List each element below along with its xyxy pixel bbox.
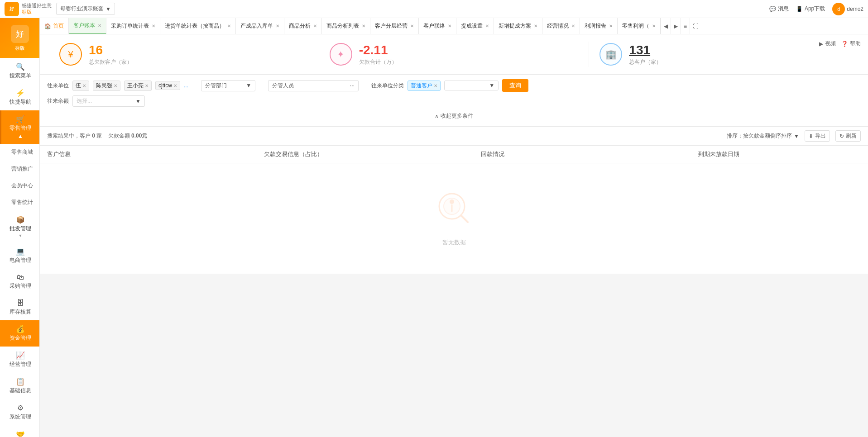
handshake-icon: 🤝 — [16, 430, 25, 437]
clipboard-icon: 📋 — [16, 377, 25, 386]
dept-filter[interactable]: 分管部门 ▼ — [201, 80, 255, 91]
empty-state: 暂无数据 — [40, 163, 868, 274]
refresh-button[interactable]: ↻ 刷新 — [835, 130, 861, 142]
tab-close-icon[interactable]: ✕ — [571, 24, 575, 28]
stat-value-debt: -2.11 — [359, 43, 397, 57]
tab-close-icon[interactable]: ✕ — [652, 24, 656, 28]
empty-text: 暂无数据 — [442, 238, 466, 247]
export-button[interactable]: ⬇ 导出 — [805, 130, 830, 142]
sidebar-item-basic-info[interactable]: 📋 基础信息 — [0, 373, 39, 399]
tab-purchase-order[interactable]: 采购订单统计表 ✕ — [106, 18, 160, 34]
tag-close-chen[interactable]: ✕ — [114, 83, 117, 88]
collapse-filter[interactable]: ∧ 收起更多条件 — [47, 110, 861, 122]
account-dropdown[interactable]: 母婴行业演示账套 ▼ — [56, 3, 115, 15]
filter-area: 往来单位 伍 ✕ 陈民强 ✕ 王小亮 ✕ — [40, 75, 868, 127]
balance-select[interactable]: 选择... ▼ — [72, 95, 145, 107]
sidebar-item-retail-mall[interactable]: 零售商城 — [0, 144, 39, 161]
stat-text-3: 131 总客户（家） — [629, 43, 662, 66]
user-menu[interactable]: d demo2 — [832, 3, 863, 15]
tag-close-wu[interactable]: ✕ — [82, 83, 86, 88]
top-bar-right: 💬 消息 📱 App下载 d demo2 — [769, 3, 863, 15]
stat-block-debt: ✦ -2.11 欠款合计（万） — [319, 42, 590, 67]
unit-type-dropdown[interactable]: ▼ — [444, 81, 499, 90]
svg-point-2 — [450, 200, 454, 204]
tab-product-storage[interactable]: 产成品入库单 ✕ — [236, 18, 284, 34]
tab-close-icon[interactable]: ✕ — [362, 24, 365, 28]
app-download-button[interactable]: 📱 App下载 — [796, 5, 825, 13]
sidebar-item-ecommerce[interactable]: 💻 电商管理 — [0, 242, 39, 269]
tab-close-icon[interactable]: ✕ — [410, 24, 414, 28]
sidebar-item-finance[interactable]: 💰 资金管理 — [0, 320, 39, 347]
sidebar-item-members[interactable]: 会员中心 — [0, 177, 39, 194]
tab-close-icon[interactable]: ✕ — [485, 24, 489, 28]
sidebar-item-search[interactable]: 🔍 搜索菜单 — [0, 58, 39, 84]
tab-profit-report[interactable]: 利润报告 ✕ — [580, 18, 618, 34]
tag-close-common[interactable]: ✕ — [434, 83, 437, 88]
page-content: ▶ 视频 ❓ 帮助 ¥ 16 — [40, 34, 868, 437]
message-button[interactable]: 💬 消息 — [769, 5, 789, 13]
sidebar-item-marketing[interactable]: 营销推广 — [0, 161, 39, 177]
tag-close-cjttcw[interactable]: ✕ — [173, 83, 177, 88]
tab-nav-more[interactable]: ≡ — [681, 18, 690, 34]
video-button[interactable]: ▶ 视频 — [819, 40, 836, 48]
tab-customer-account[interactable]: 客户账本 ✕ — [69, 18, 106, 34]
sidebar-item-system[interactable]: ⚙ 系统管理 — [0, 399, 39, 425]
tab-customer-tier[interactable]: 客户分层经营 ✕ — [370, 18, 419, 34]
tab-close-icon[interactable]: ✕ — [609, 24, 613, 28]
table-header: 客户信息 欠款交易信息（占比） 回款情况 到期未放款日期 — [40, 146, 868, 163]
filter-more-tags[interactable]: ... — [184, 82, 188, 89]
sidebar-item-retail-manage[interactable]: 🛒 零售管理 ▲ — [0, 110, 39, 144]
tab-nav-expand[interactable]: ⛶ — [690, 18, 701, 34]
home-icon: 🏠 — [44, 23, 51, 29]
export-icon: ⬇ — [809, 133, 813, 139]
sidebar-item-operations[interactable]: 📈 经营管理 — [0, 347, 39, 373]
sidebar-item-purchase[interactable]: 🛍 采购管理 — [0, 269, 39, 294]
sidebar-item-inventory[interactable]: 🗄 库存核算 — [0, 294, 39, 320]
filter-tag-common-customer: 普通客户 ✕ — [408, 81, 441, 91]
sidebar-item-collab[interactable]: 🤝 企业协同 — [0, 425, 39, 437]
search-icon: 🔍 — [16, 62, 25, 71]
lightning-icon: ⚡ — [16, 89, 25, 97]
sidebar-item-quick-nav[interactable]: ⚡ 快捷导航 — [0, 84, 39, 110]
stat-label-debt: 欠款合计（万） — [359, 58, 397, 66]
tab-operations[interactable]: 经营情况 ✕ — [542, 18, 580, 34]
tab-home[interactable]: 🏠 首页 — [40, 18, 69, 34]
tab-close-icon[interactable]: ✕ — [448, 24, 451, 28]
tab-close-icon[interactable]: ✕ — [534, 24, 537, 28]
tab-commission-settings[interactable]: 提成设置 ✕ — [456, 18, 494, 34]
gear-icon: ⚙ — [17, 404, 24, 412]
tab-close-icon[interactable]: ✕ — [98, 23, 101, 28]
chevron-down-icon: ▼ — [19, 233, 23, 238]
tab-close-icon[interactable]: ✕ — [313, 24, 317, 28]
balance-dropdown-icon: ▼ — [135, 98, 141, 104]
sort-select[interactable]: 排序：按欠款金额倒序排序 ▼ — [727, 132, 799, 140]
tab-product-analysis[interactable]: 商品分析 ✕ — [284, 18, 322, 34]
stat-label-customers: 总欠款客户（家） — [89, 58, 132, 66]
search-result-info: 搜索结果中，客户 0 家 欠款金额 0.00元 — [47, 132, 147, 140]
tab-nav-next[interactable]: ▶ — [671, 18, 681, 34]
tab-product-analysis-list[interactable]: 商品分析列表 ✕ — [322, 18, 370, 34]
tab-incoming-stats[interactable]: 进货单统计表（按商品） ✕ — [160, 18, 236, 34]
top-bar: 好 畅捷通好生意 标版 母婴行业演示账套 ▼ 💬 消息 📱 App下载 d de… — [0, 0, 868, 18]
tab-add-commission[interactable]: 新增提成方案 ✕ — [494, 18, 542, 34]
query-button[interactable]: 查询 — [502, 79, 528, 92]
help-button[interactable]: ❓ 帮助 — [841, 40, 861, 48]
tab-close-icon[interactable]: ✕ — [227, 24, 231, 28]
filter-tag-cjttcw: cjttcw ✕ — [155, 81, 180, 90]
sort-dropdown-icon: ▼ — [794, 133, 799, 139]
stat-icon-3: 🏢 — [598, 42, 623, 67]
phone-icon: 📱 — [796, 6, 803, 12]
stats-actions: ▶ 视频 ❓ 帮助 — [819, 40, 861, 48]
tab-customer-contact[interactable]: 客户联络 ✕ — [419, 18, 456, 34]
app-container: 好 畅捷通好生意 标版 母婴行业演示账套 ▼ 💬 消息 📱 App下载 d de… — [0, 0, 868, 437]
sidebar-item-wholesale[interactable]: 📦 批发管理 ▼ — [0, 211, 39, 242]
tag-close-wang[interactable]: ✕ — [145, 83, 149, 88]
tab-retail-profit[interactable]: 零售利润（ ✕ — [618, 18, 661, 34]
person-filter[interactable]: 分管人员 ··· — [268, 80, 359, 91]
sort-label-text: 排序：按欠款金额倒序排序 — [727, 132, 792, 140]
tab-nav-prev[interactable]: ◀ — [661, 18, 671, 34]
tab-close-icon[interactable]: ✕ — [276, 24, 279, 28]
tab-close-icon[interactable]: ✕ — [152, 24, 155, 28]
sidebar-item-retail-stats[interactable]: 零售统计 — [0, 194, 39, 211]
stat-value-customers: 16 — [89, 43, 132, 57]
